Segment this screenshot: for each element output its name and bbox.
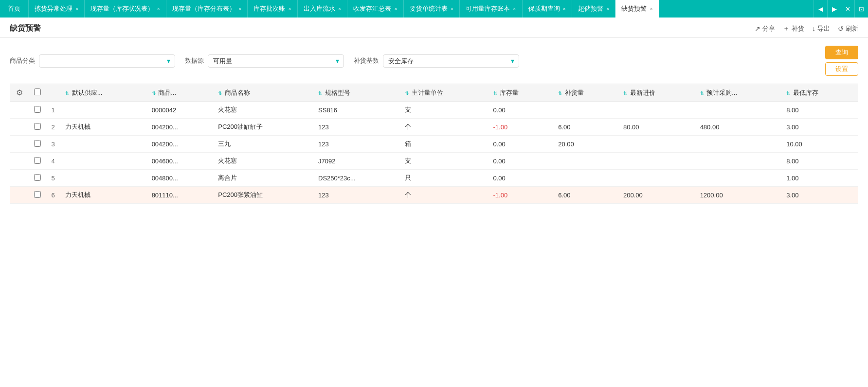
nav-tab-t10[interactable]: 超储预警 ×	[572, 0, 615, 18]
row-stock: -1.00	[488, 187, 554, 204]
th-checkbox	[29, 84, 46, 102]
nav-tab-t5[interactable]: 出入库流水 ×	[298, 0, 347, 18]
nav-tab-t9[interactable]: 保质期查询 ×	[523, 0, 572, 18]
nav-tab-t1[interactable]: 拣货异常处理 ×	[29, 0, 85, 18]
export-button[interactable]: ↓ 导出	[812, 24, 830, 33]
nav-tab-t11[interactable]: 缺货预警 ×	[615, 0, 659, 18]
refresh-button[interactable]: ↺ 刷新	[838, 24, 858, 33]
share-button[interactable]: ↗ 分享	[755, 24, 775, 33]
close-tab-t9[interactable]: ×	[563, 6, 566, 12]
row-latest-price	[618, 170, 695, 187]
row-checkbox-0[interactable]	[34, 106, 41, 113]
column-settings-icon[interactable]: ⚙	[16, 88, 23, 97]
row-unit: 箱	[400, 136, 488, 153]
replenish-button[interactable]: ＋ 补货	[783, 24, 804, 33]
category-select[interactable]	[39, 54, 175, 68]
filter-area: 商品分类 数据源 可用量 补货基数 安全库存	[0, 38, 868, 84]
nav-tab-home[interactable]: 首页	[0, 0, 29, 18]
nav-expand-button[interactable]: ⊡	[854, 0, 868, 18]
close-tab-t2[interactable]: ×	[157, 6, 160, 12]
datasource-label: 数据源	[185, 56, 204, 65]
close-tab-t1[interactable]: ×	[75, 6, 78, 12]
table-body: 1 0000042 火花塞 SS816 支 0.00 8.00 2 力天机械 0…	[10, 102, 858, 204]
sort-unit-icon: ⇅	[405, 90, 409, 96]
row-replenish-qty	[553, 153, 618, 170]
row-supplier	[60, 153, 147, 170]
th-min-stock[interactable]: ⇅ 最低库存	[781, 84, 858, 102]
row-stock: 0.00	[488, 170, 554, 187]
settings-button[interactable]: 设置	[825, 62, 858, 76]
datasource-select[interactable]: 可用量	[208, 54, 344, 68]
close-tab-t4[interactable]: ×	[288, 6, 291, 12]
row-goods-name: 火花塞	[213, 102, 313, 119]
th-latest-price[interactable]: ⇅ 最新进价	[618, 84, 695, 102]
row-latest-price	[618, 153, 695, 170]
row-estimated-purchase	[695, 102, 782, 119]
nav-tab-t7[interactable]: 要货单统计表 ×	[404, 0, 460, 18]
nav-prev-button[interactable]: ◀	[814, 0, 827, 18]
row-goods-code: 801110...	[147, 187, 214, 204]
category-select-wrapper	[39, 54, 175, 68]
th-stock[interactable]: ⇅ 库存量	[488, 84, 554, 102]
th-spec[interactable]: ⇅ 规格型号	[313, 84, 400, 102]
th-settings: ⚙	[10, 84, 29, 102]
category-label: 商品分类	[10, 56, 35, 65]
table-header-row: ⚙ ⇅ 默认供应... ⇅ 商品... ⇅	[10, 84, 858, 102]
row-latest-price: 80.00	[618, 119, 695, 136]
row-checkbox-cell[interactable]	[29, 170, 46, 187]
row-checkbox-cell[interactable]	[29, 187, 46, 204]
close-tab-t3[interactable]: ×	[238, 6, 241, 12]
select-all-checkbox[interactable]	[34, 88, 41, 95]
close-tab-t8[interactable]: ×	[513, 6, 516, 12]
nav-next-button[interactable]: ▶	[827, 0, 841, 18]
close-tab-t6[interactable]: ×	[394, 6, 397, 12]
row-spec: 123	[313, 187, 400, 204]
refresh-icon: ↺	[838, 25, 844, 33]
table-row: 5 004800... 离合片 DS250*23c... 只 0.00 1.00	[10, 170, 858, 187]
row-checkbox-cell[interactable]	[29, 102, 46, 119]
row-checkbox-cell[interactable]	[29, 136, 46, 153]
restock-select[interactable]: 安全库存	[383, 54, 519, 68]
sort-name-icon: ⇅	[218, 90, 222, 96]
th-unit[interactable]: ⇅ 主计量单位	[400, 84, 488, 102]
row-replenish-qty: 6.00	[553, 119, 618, 136]
nav-close-button[interactable]: ✕	[841, 0, 854, 18]
datasource-select-wrapper: 可用量	[208, 54, 344, 68]
nav-tab-t4[interactable]: 库存批次账 ×	[248, 0, 297, 18]
query-button[interactable]: 查询	[825, 46, 858, 59]
nav-tab-t2[interactable]: 现存量（库存状况表） ×	[85, 0, 166, 18]
row-goods-code: 004200...	[147, 136, 214, 153]
nav-arrows: ◀ ▶ ✕ ⊡	[814, 0, 868, 18]
close-tab-t11[interactable]: ×	[650, 6, 652, 12]
close-tab-t10[interactable]: ×	[606, 6, 609, 12]
row-goods-code: 004600...	[147, 153, 214, 170]
nav-tab-t6[interactable]: 收发存汇总表 ×	[347, 0, 403, 18]
close-tab-t5[interactable]: ×	[338, 6, 341, 12]
th-default-supplier[interactable]: ⇅ 默认供应...	[60, 84, 147, 102]
sort-stock-icon: ⇅	[493, 90, 497, 96]
nav-tab-t8[interactable]: 可用量库存账本 ×	[460, 0, 522, 18]
nav-tab-t3[interactable]: 现存量（库存分布表） ×	[166, 0, 248, 18]
th-estimated-purchase[interactable]: ⇅ 预计采购...	[695, 84, 782, 102]
row-checkbox-2[interactable]	[34, 140, 41, 147]
row-checkbox-3[interactable]	[34, 157, 41, 164]
row-goods-name: PC200油缸缸子	[213, 119, 313, 136]
th-replenish-qty[interactable]: ⇅ 补货量	[553, 84, 618, 102]
row-min-stock: 10.00	[781, 136, 858, 153]
close-tab-t7[interactable]: ×	[451, 6, 453, 12]
row-checkbox-1[interactable]	[34, 123, 41, 130]
row-unit: 支	[400, 153, 488, 170]
th-goods-code[interactable]: ⇅ 商品...	[147, 84, 214, 102]
restock-select-wrapper: 安全库存	[383, 54, 519, 68]
row-checkbox-cell[interactable]	[29, 119, 46, 136]
table-row: 4 004600... 火花塞 J7092 支 0.00 8.00	[10, 153, 858, 170]
row-checkbox-4[interactable]	[34, 174, 41, 181]
row-checkbox-cell[interactable]	[29, 153, 46, 170]
row-min-stock: 3.00	[781, 187, 858, 204]
row-goods-name: 三九	[213, 136, 313, 153]
sort-price-icon: ⇅	[623, 90, 627, 96]
row-supplier: 力天机械	[60, 119, 147, 136]
row-checkbox-5[interactable]	[34, 191, 41, 198]
row-goods-code: 004200...	[147, 119, 214, 136]
th-goods-name[interactable]: ⇅ 商品名称	[213, 84, 313, 102]
